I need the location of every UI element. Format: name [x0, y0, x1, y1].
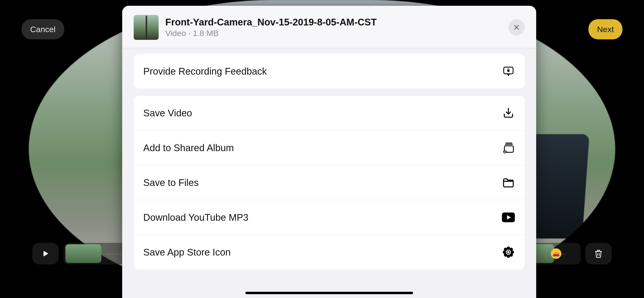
play-icon: [41, 249, 50, 258]
close-icon: [513, 24, 520, 31]
action-save-video[interactable]: Save Video: [134, 96, 525, 130]
svg-point-15: [508, 251, 510, 253]
trash-icon: [594, 249, 604, 259]
share-sheet: Front-Yard-Camera_Nov-15-2019-8-05-AM-CS…: [122, 6, 536, 298]
close-button[interactable]: [508, 19, 525, 36]
feedback-bubble-icon: [502, 65, 515, 78]
motion-event-badge: 🚗: [551, 248, 561, 259]
action-save-to-files[interactable]: Save to Files: [134, 165, 525, 200]
cancel-button[interactable]: Cancel: [22, 19, 64, 39]
action-label: Add to Shared Album: [143, 142, 234, 153]
action-label: Save to Files: [143, 177, 198, 188]
share-sheet-header: Front-Yard-Camera_Nov-15-2019-8-05-AM-CS…: [122, 6, 536, 48]
action-group-feedback: Provide Recording Feedback: [134, 54, 525, 89]
action-label: Provide Recording Feedback: [143, 66, 267, 77]
svg-point-13: [510, 253, 513, 257]
timeline-thumbnail: [66, 244, 101, 263]
youtube-icon: [502, 211, 515, 224]
action-save-app-store-icon[interactable]: Save App Store Icon: [134, 235, 525, 269]
svg-point-11: [510, 248, 513, 251]
action-group-main: Save Video Add to Shared Album: [134, 96, 525, 269]
shared-album-icon: [502, 141, 515, 155]
download-to-box-icon: [502, 106, 515, 120]
share-sheet-body[interactable]: Provide Recording Feedback Save Video: [122, 48, 536, 298]
flower-gear-icon: [502, 245, 515, 259]
next-button-label: Next: [597, 25, 614, 34]
share-item-subtitle: Video · 1.8 MB: [165, 29, 502, 38]
action-download-youtube-mp3[interactable]: Download YouTube MP3: [134, 200, 525, 235]
action-add-to-shared-album[interactable]: Add to Shared Album: [134, 130, 525, 165]
svg-point-4: [504, 151, 506, 152]
svg-point-12: [504, 248, 507, 251]
play-button[interactable]: [32, 243, 59, 264]
action-label: Download YouTube MP3: [143, 212, 248, 223]
cancel-button-label: Cancel: [30, 25, 56, 34]
svg-point-14: [504, 253, 507, 257]
action-label: Save Video: [143, 108, 192, 118]
share-item-title: Front-Yard-Camera_Nov-15-2019-8-05-AM-CS…: [165, 17, 502, 28]
action-label: Save App Store Icon: [143, 247, 231, 258]
action-provide-feedback[interactable]: Provide Recording Feedback: [134, 54, 525, 89]
delete-button[interactable]: [585, 243, 612, 264]
home-indicator[interactable]: [245, 292, 413, 294]
folder-icon: [502, 176, 515, 189]
next-button[interactable]: Next: [588, 19, 622, 39]
share-item-thumbnail: [134, 15, 158, 40]
